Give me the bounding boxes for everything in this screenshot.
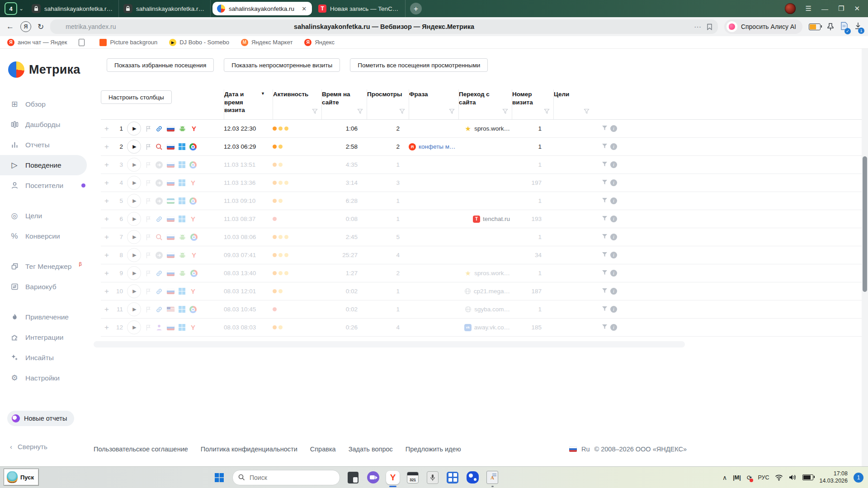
row-info-icon[interactable]: i xyxy=(610,216,617,222)
new-reports-toggle[interactable]: Новые отчеты xyxy=(7,411,74,426)
play-visit-button[interactable]: ▶ xyxy=(127,158,141,172)
footer-link[interactable]: Задать вопрос xyxy=(349,446,393,453)
referrer[interactable]: vkaway.vk.co… xyxy=(458,324,512,331)
column-filter-icon[interactable] xyxy=(312,108,318,117)
visit-row[interactable]: +8▶Y09.03 07:4125:27434i xyxy=(101,246,868,264)
flagmark-icon[interactable] xyxy=(145,216,151,223)
footer-link[interactable]: Политика конфиденциальности xyxy=(201,446,297,453)
battery-tray-icon[interactable] xyxy=(802,474,813,480)
toolbar-button-0[interactable]: Показать избранные посещения xyxy=(107,58,214,72)
minimize-icon[interactable]: — xyxy=(821,5,828,13)
avatar[interactable] xyxy=(785,3,796,14)
column-header[interactable]: Фраза xyxy=(409,89,458,119)
visit-row[interactable]: +4▶Y11.03 13:363:143197i xyxy=(101,174,868,192)
row-filter-icon[interactable] xyxy=(602,234,608,241)
battery-icon[interactable] xyxy=(809,23,821,30)
sidebar-item-variocube[interactable]: Вариокуб xyxy=(0,277,93,297)
sidebar-item-conversions[interactable]: %Конверсии xyxy=(0,226,93,246)
play-visit-button[interactable]: ▶ xyxy=(127,266,141,280)
row-info-icon[interactable]: i xyxy=(610,234,617,240)
add-to-favorites-button[interactable]: + xyxy=(104,178,110,188)
wifi-icon[interactable] xyxy=(775,474,783,481)
row-info-icon[interactable]: i xyxy=(610,125,617,132)
row-filter-icon[interactable] xyxy=(602,270,608,277)
visit-row[interactable]: +5▶11.03 09:106:2811i xyxy=(101,192,868,210)
row-filter-icon[interactable] xyxy=(602,161,608,169)
footer-link[interactable]: Предложить идею xyxy=(406,446,461,453)
flagmark-icon[interactable] xyxy=(145,197,151,205)
search-input[interactable] xyxy=(249,474,318,482)
sidebar-item-visitors[interactable]: Посетители xyxy=(0,175,93,196)
yandex-home-icon[interactable]: Я xyxy=(20,21,31,32)
volume-icon[interactable] xyxy=(789,474,797,481)
sidebar-item-reports[interactable]: Отчеты xyxy=(0,135,93,155)
flagmark-icon[interactable] xyxy=(145,161,151,169)
back-icon[interactable]: ← xyxy=(6,22,14,31)
close-icon[interactable]: ✕ xyxy=(854,5,860,13)
chat-app-icon[interactable] xyxy=(366,471,380,484)
clock[interactable]: 17:08 14.03.2026 xyxy=(819,470,848,484)
dots-app-icon[interactable] xyxy=(466,471,479,484)
media-321-app-icon[interactable]: 321 xyxy=(406,471,420,484)
play-visit-button[interactable]: ▶ xyxy=(127,230,141,244)
browser-tab[interactable]: sahalinskayakonfetka.ru✕ xyxy=(212,2,312,15)
row-filter-icon[interactable] xyxy=(602,125,608,132)
visit-row[interactable]: +6▶Y11.03 08:370:081Ttenchat.ru193i xyxy=(101,210,868,228)
alice-button[interactable]: Спросить Алису AI xyxy=(724,19,802,34)
referrer[interactable]: ★spros.work… xyxy=(458,269,512,277)
column-header[interactable]: Переход с сайта xyxy=(458,89,512,119)
column-header[interactable]: Цели xyxy=(553,89,593,119)
taskbar-search[interactable] xyxy=(232,470,340,485)
visit-row[interactable]: +10▶Y08.03 12:010:021cp21.mega…187i xyxy=(101,282,868,300)
visit-row[interactable]: +1▶Y12.03 22:301:062★spros.work…1i xyxy=(101,120,868,138)
row-filter-icon[interactable] xyxy=(602,324,608,331)
flagmark-icon[interactable] xyxy=(145,234,151,241)
page-scrollbar[interactable] xyxy=(862,49,868,467)
browser-tab[interactable]: sahalinskayakonfetka.ru | ( xyxy=(119,0,211,17)
refresh-icon[interactable]: ↻ xyxy=(38,22,44,32)
visit-row[interactable]: +2▶12.03 06:292:582Яконфеты м…1i xyxy=(101,138,868,156)
visit-row[interactable]: +3▶11.03 13:514:3511i xyxy=(101,156,868,174)
add-to-favorites-button[interactable]: + xyxy=(104,305,110,314)
bookmark-item[interactable] xyxy=(79,39,88,46)
downloads-icon[interactable]: 1 xyxy=(854,22,862,32)
visit-row[interactable]: +9▶08.03 13:401:272★spros.work…1i xyxy=(101,264,868,282)
sort-desc-icon[interactable]: ▼ xyxy=(261,91,265,97)
play-visit-button[interactable]: ▶ xyxy=(127,122,141,136)
sidebar-item-overview[interactable]: ⊞Обзор xyxy=(0,94,93,114)
add-to-favorites-button[interactable]: + xyxy=(104,287,110,296)
tray-expand-icon[interactable]: ∧ xyxy=(722,474,727,481)
yandex-browser-app-icon[interactable]: Y xyxy=(386,471,400,484)
recorder-app-icon[interactable] xyxy=(426,471,439,484)
bookmark-item[interactable]: ▶DJ Bobo - Somebo xyxy=(169,39,229,46)
add-to-favorites-button[interactable]: + xyxy=(104,251,110,260)
flagmark-icon[interactable] xyxy=(145,252,151,259)
row-filter-icon[interactable] xyxy=(602,306,608,313)
row-info-icon[interactable]: i xyxy=(610,306,617,313)
start-button[interactable]: Пуск xyxy=(4,469,39,486)
new-tab-button[interactable]: + xyxy=(410,3,422,14)
play-visit-button[interactable]: ▶ xyxy=(127,140,141,154)
column-filter-icon[interactable] xyxy=(544,108,550,117)
flagmark-icon[interactable] xyxy=(145,324,151,331)
configure-columns-button[interactable]: Настроить столбцы xyxy=(101,90,172,104)
document-app-icon[interactable]: A xyxy=(486,471,499,484)
play-visit-button[interactable]: ▶ xyxy=(127,176,141,190)
play-visit-button[interactable]: ▶ xyxy=(127,284,141,298)
play-visit-button[interactable]: ▶ xyxy=(127,248,141,262)
column-header[interactable]: Просмотры xyxy=(367,89,409,119)
column-filter-icon[interactable] xyxy=(584,108,590,117)
language-label[interactable]: Ru xyxy=(581,446,590,453)
footer-link[interactable]: Пользовательское соглашение xyxy=(94,446,188,453)
language-indicator[interactable]: РУС xyxy=(758,474,769,481)
row-info-icon[interactable]: i xyxy=(610,197,617,204)
more-icon[interactable]: ⋯ xyxy=(694,23,701,31)
scrollbar-thumb[interactable] xyxy=(863,156,867,292)
play-visit-button[interactable]: ▶ xyxy=(127,212,141,226)
document-check-icon[interactable]: ✓ xyxy=(840,22,848,32)
referrer[interactable]: sgyba.com… xyxy=(458,306,512,313)
notification-badge[interactable]: 1 xyxy=(854,473,863,483)
column-header[interactable]: Активность xyxy=(273,89,321,119)
windows-start-icon[interactable] xyxy=(212,471,226,484)
sidebar-item-settings[interactable]: ⚙Настройки xyxy=(0,368,93,388)
